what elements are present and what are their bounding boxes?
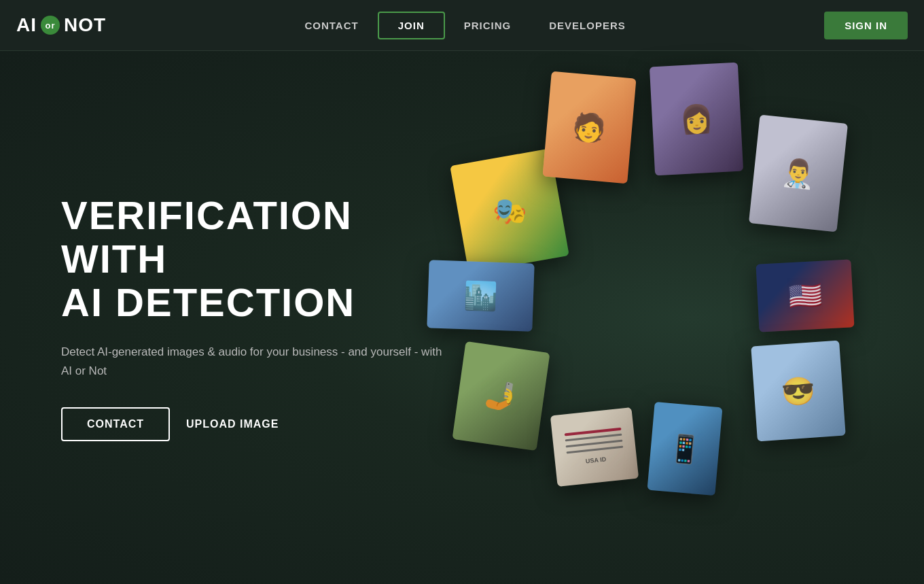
id-card-image-inner: USA ID [550,407,639,487]
phone-selfie-image: 📱 [647,402,723,496]
id-card-image: USA ID [550,407,639,487]
nav-links: CONTACT JOIN PRICING DEVELOPERS [106,12,824,39]
logo-or: oR [41,16,60,35]
nav-pricing-link[interactable]: PRICING [445,20,531,31]
hero-title-line2: AI DETECTION [61,280,355,324]
man-colorful-image-inner: 🧑 [542,71,636,184]
person-glasses-image-inner: 😎 [751,341,845,442]
person-glasses-image: 😎 [751,341,845,442]
political-image: 🇺🇸 [756,259,854,332]
navbar: AI oR NOT CONTACT JOIN PRICING DEVELOPER… [0,0,924,51]
phone-selfie-image-inner: 📱 [647,402,723,496]
floating-images-area: 🎭 🧑 👩 👨‍⚕️ 🏙️ 🇺🇸 🤳 USA ID [394,51,924,584]
nav-developers-link[interactable]: DEVELOPERS [530,20,645,31]
logo[interactable]: AI oR NOT [16,14,106,36]
political-image-inner: 🇺🇸 [756,259,854,332]
nav-right: SIGN IN [824,12,908,39]
woman-portrait-image: 👩 [650,63,743,176]
logo-not: NOT [64,14,106,36]
sign-in-button[interactable]: SIGN IN [824,12,908,39]
city-image-inner: 🏙️ [427,260,534,331]
man-colorful-image: 🧑 [542,71,636,184]
hero-section: VERIFICATION WITH AI DETECTION Detect AI… [0,51,924,584]
nav-contact-link[interactable]: CONTACT [285,20,377,31]
hero-title-line1: VERIFICATION WITH [61,193,353,281]
doctor-image: 👨‍⚕️ [749,115,848,233]
city-image: 🏙️ [427,260,534,331]
woman-portrait-image-inner: 👩 [650,63,743,176]
nav-join-link[interactable]: JOIN [378,12,445,39]
selfie-man-image-inner: 🤳 [452,341,550,451]
selfie-man-image: 🤳 [452,341,550,451]
doctor-image-inner: 👨‍⚕️ [749,115,848,233]
upload-image-button[interactable]: UPLOAD IMAGE [186,409,279,440]
logo-ai: AI [16,14,37,36]
contact-button[interactable]: CONTACT [61,407,170,441]
